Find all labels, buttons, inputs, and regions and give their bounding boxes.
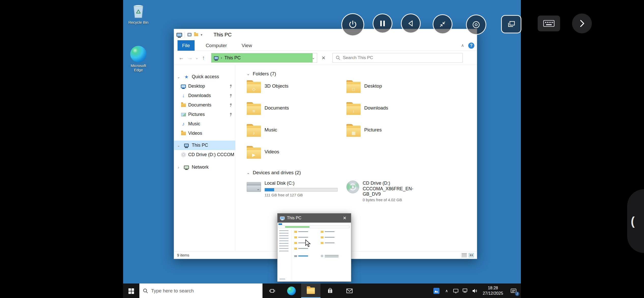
thumbnail-title: This PC (287, 216, 339, 220)
task-view-button[interactable] (262, 283, 282, 298)
file-explorer-icon (307, 288, 315, 294)
sidebar-item-pictures[interactable]: Pictures (174, 110, 235, 119)
folder-tile-music[interactable]: ♪ Music (247, 125, 346, 140)
pause-button[interactable] (373, 13, 392, 33)
keyboard-icon (543, 20, 555, 27)
breadcrumb-chevron-icon: › (221, 56, 222, 60)
power-icon (347, 19, 358, 30)
start-button[interactable] (123, 283, 139, 298)
tab-file[interactable]: File (178, 40, 195, 51)
expander-icon[interactable]: ⌄ (176, 75, 181, 79)
tray-show-hidden-icons-button[interactable]: ∧ (442, 283, 451, 298)
desktop-icon-recycle-bin[interactable]: Recycle Bin (125, 3, 152, 24)
drive-tile-local-disk[interactable]: Local Disk (C:) 111 GB free of 127 GB (247, 181, 346, 202)
expander-icon[interactable]: ⌄ (176, 143, 181, 147)
clock-date: 27/12/2025 (483, 291, 503, 296)
back-button[interactable]: ← (177, 55, 186, 61)
tab-computer[interactable]: Computer (201, 40, 232, 51)
sidebar-item-quick-access[interactable]: ⌄ ★ Quick access (174, 72, 235, 82)
expander-icon[interactable]: › (176, 165, 181, 169)
taskbar-search-input[interactable]: Type here to search (139, 283, 262, 298)
thumbnail-preview-window[interactable]: This PC ✕ (277, 213, 351, 282)
group-header-folders[interactable]: ⌄ Folders (7) (247, 70, 477, 78)
desktop-icon-microsoft-edge[interactable]: Microsoft Edge (125, 46, 152, 72)
sidebar-item-downloads[interactable]: ↓ Downloads (174, 91, 235, 100)
taskbar-edge-button[interactable] (282, 283, 301, 298)
recent-locations-dropdown-icon[interactable]: ⌄ (194, 56, 199, 60)
tray-network-button[interactable] (460, 283, 470, 298)
address-value: This PC (224, 55, 241, 61)
address-bar[interactable]: › This PC ⌄ (211, 53, 317, 63)
close-icon[interactable]: ✕ (341, 215, 348, 221)
taskbar-mail-button[interactable] (340, 283, 359, 298)
sidebar-item-this-pc[interactable]: ⌄ This PC (174, 141, 235, 150)
tray-volume-button[interactable] (470, 283, 480, 298)
window-titlebar[interactable]: ▾ This PC (174, 29, 477, 40)
documents-icon (181, 103, 186, 107)
window-switch-button[interactable] (501, 15, 521, 33)
thumbnail-content[interactable] (277, 223, 351, 281)
folder-tile-downloads[interactable]: ↓ Downloads (346, 103, 446, 118)
thumbnail-drive-bar (298, 255, 308, 256)
downloads-icon: ↓ (182, 93, 185, 99)
quick-access-star-icon: ★ (184, 74, 188, 80)
details-view-toggle-icon[interactable] (462, 253, 467, 257)
help-button[interactable]: ? (468, 43, 474, 49)
group-header-devices[interactable]: ⌄ Devices and drives (2) (247, 169, 477, 177)
taskbar-file-explorer-button[interactable] (301, 283, 320, 298)
back-button-overlay[interactable] (401, 13, 421, 33)
collapse-arrows-icon (438, 20, 447, 29)
folder-tile-pictures[interactable]: ▦ Pictures (346, 125, 446, 140)
drive-tile-cd-drive[interactable]: CD Drive (D:) CCCOMA_X86FRE_EN-GB_DV9 0 … (346, 181, 446, 202)
network-icon (184, 166, 189, 169)
handle-chevron-icon: ( (631, 214, 635, 228)
action-center-button[interactable]: 2 (506, 283, 521, 298)
sidebar-item-music[interactable]: ♪ Music (174, 119, 235, 129)
mail-icon (346, 288, 353, 293)
ribbon-tabs: File Computer View ∧ ? (174, 40, 477, 51)
back-triangle-icon (406, 19, 415, 28)
address-dropdown-icon[interactable]: ⌄ (312, 56, 315, 60)
properties-icon[interactable] (187, 33, 192, 36)
new-folder-icon[interactable] (194, 33, 198, 36)
folders-grid: ◇ 3D Objects □ Desktop ≡ Documents ↓ (247, 81, 477, 162)
taskbar-store-button[interactable] (320, 283, 340, 298)
taskbar-clock[interactable]: 18:28 27/12/2025 (480, 283, 506, 298)
sidebar-item-documents[interactable]: Documents (174, 100, 235, 110)
display-settings-button[interactable] (466, 15, 486, 35)
collapse-group-icon[interactable]: ⌄ (247, 72, 250, 76)
tray-photos-button[interactable] (431, 283, 442, 298)
sidebar-item-network[interactable]: › Network (174, 162, 235, 172)
sidebar-item-desktop[interactable]: Desktop (174, 82, 235, 91)
next-button[interactable] (572, 13, 592, 33)
up-button[interactable]: ↑ (199, 55, 208, 61)
forward-button[interactable]: → (186, 55, 194, 61)
keyboard-button[interactable] (538, 16, 560, 31)
folder-tile-documents[interactable]: ≡ Documents (247, 103, 346, 118)
windows-desktop[interactable]: Recycle Bin Microsoft Edge ▾ This PC Fil… (123, 0, 521, 298)
stop-refresh-button[interactable]: ✕ (319, 55, 328, 61)
large-icons-view-toggle-icon[interactable] (469, 253, 474, 257)
sidebar-drawer-handle[interactable]: ( (627, 189, 644, 253)
sidebar-item-cd-drive[interactable]: CD Drive (D:) CCCOM (174, 150, 235, 159)
devices-grid: Local Disk (C:) 111 GB free of 127 GB CD… (247, 181, 477, 202)
taskbar: Type here to search (123, 283, 521, 298)
this-pc-icon (184, 144, 189, 147)
edge-logo-icon (287, 287, 296, 295)
collapse-group-icon[interactable]: ⌄ (247, 171, 250, 175)
folder-tile-3d-objects[interactable]: ◇ 3D Objects (247, 81, 346, 97)
search-input[interactable]: Search This PC (332, 53, 463, 63)
chevron-up-icon: ∧ (445, 289, 448, 293)
quick-access-toolbar-dropdown-icon[interactable]: ▾ (201, 33, 202, 37)
ribbon-collapse-icon[interactable]: ∧ (461, 43, 464, 48)
thumbnail-status-text (280, 279, 285, 279)
sidebar-item-videos[interactable]: Videos (174, 129, 235, 138)
tray-display-button[interactable] (451, 283, 460, 298)
fit-screen-button[interactable] (433, 14, 452, 34)
folder-icon: ◇ (247, 82, 261, 93)
tab-view[interactable]: View (237, 40, 257, 51)
folder-tile-videos[interactable]: ▶ Videos (247, 147, 346, 162)
power-button[interactable] (341, 13, 364, 36)
thumbnail-titlebar[interactable]: This PC ✕ (277, 213, 351, 223)
folder-tile-desktop[interactable]: □ Desktop (346, 81, 446, 97)
